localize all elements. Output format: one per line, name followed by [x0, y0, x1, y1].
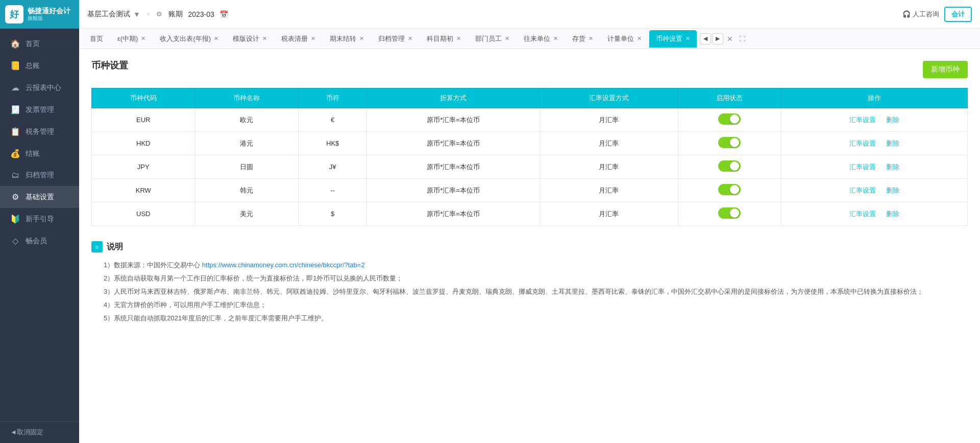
company-selector[interactable]: 基层工会测试 ▼ — [87, 10, 140, 19]
ledger-icon: 📒 — [10, 61, 20, 71]
rate-setting-link[interactable]: 汇率设置 — [849, 210, 876, 218]
tab-科目期初[interactable]: 科目期初✕ — [420, 30, 468, 48]
delete-link[interactable]: 删除 — [886, 116, 899, 124]
delete-link[interactable]: 删除 — [886, 163, 899, 171]
sidebar-item-settings[interactable]: ⚙ 基础设置 — [0, 186, 79, 208]
toggle-track[interactable] — [718, 160, 741, 172]
toggle-switch[interactable] — [718, 207, 741, 219]
toggle-track[interactable] — [718, 207, 741, 219]
tab-期末结转[interactable]: 期末结转✕ — [323, 30, 371, 48]
toggle-switch[interactable] — [718, 184, 741, 195]
sidebar-label-invoice: 发票管理 — [26, 105, 54, 114]
sidebar-label-home: 首页 — [26, 39, 40, 49]
tab-ε(中期)[interactable]: ε(中期)✕ — [111, 30, 152, 48]
tab-模版设计[interactable]: 模版设计✕ — [226, 30, 274, 48]
tab-收入支出表(年报)[interactable]: 收入支出表(年报)✕ — [153, 30, 225, 48]
calendar-icon[interactable]: 📅 — [219, 10, 228, 18]
col-启用状态: 启用状态 — [678, 88, 781, 108]
toggle-switch[interactable] — [718, 160, 741, 172]
cell-toggle — [678, 108, 781, 132]
toggle-thumb — [730, 161, 739, 171]
help-button[interactable]: 🎧 人工咨询 — [902, 10, 939, 19]
cell-2: $ — [299, 202, 367, 226]
tab-expand[interactable]: ⛶ — [737, 33, 748, 44]
tab-close-icon[interactable]: ✕ — [311, 35, 315, 42]
tab-close-icon[interactable]: ✕ — [456, 35, 461, 42]
tab-label: 模版设计 — [233, 34, 259, 43]
sidebar-collapse[interactable]: ◄取消固定 — [0, 421, 79, 443]
tab-币种设置[interactable]: 币种设置✕ — [649, 30, 697, 48]
cell-0: EUR — [92, 108, 195, 132]
tab-往来单位[interactable]: 往来单位✕ — [517, 30, 565, 48]
tab-close-icon[interactable]: ✕ — [141, 35, 145, 42]
sidebar-item-home[interactable]: 🏠 首页 — [0, 33, 79, 55]
cell-3: 原币*汇率=本位币 — [367, 202, 540, 226]
tab-close-icon[interactable]: ✕ — [408, 35, 412, 42]
company-name: 基层工会测试 — [87, 10, 130, 19]
sidebar-item-ledger[interactable]: 📒 总账 — [0, 55, 79, 77]
sidebar-item-guide[interactable]: 🔰 新手引导 — [0, 208, 79, 230]
tab-归档管理[interactable]: 归档管理✕ — [372, 30, 419, 48]
tab-close-icon[interactable]: ✕ — [505, 35, 509, 42]
toggle-track[interactable] — [718, 113, 741, 125]
notice-link[interactable]: https://www.chinamoney.com.cn/chinese/bk… — [202, 261, 365, 269]
sidebar-label-ledger: 总账 — [26, 61, 40, 71]
tab-税表清册[interactable]: 税表清册✕ — [275, 30, 322, 48]
tab-close-icon[interactable]: ✕ — [359, 35, 364, 42]
sidebar-item-tax[interactable]: 📋 税务管理 — [0, 121, 79, 143]
tab-首页[interactable]: 首页 — [83, 30, 110, 48]
sidebar-item-invoice[interactable]: 🧾 发票管理 — [0, 99, 79, 121]
cell-1: 韩元 — [195, 179, 299, 202]
tab-close-icon[interactable]: ✕ — [262, 35, 267, 42]
home-icon: 🏠 — [10, 39, 20, 49]
sidebar-item-checkout[interactable]: 💰 结账 — [0, 143, 79, 165]
tab-close-icon[interactable]: ✕ — [214, 35, 218, 42]
rate-setting-link[interactable]: 汇率设置 — [849, 163, 876, 171]
cell-4: 月汇率 — [540, 108, 678, 132]
cell-actions: 汇率设置 删除 — [781, 202, 968, 226]
tab-close-icon[interactable]: ✕ — [685, 35, 690, 42]
sidebar-nav: 🏠 首页📒 总账☁ 云报表中心🧾 发票管理📋 税务管理💰 结账🗂 归档管理⚙ 基… — [0, 29, 79, 421]
rate-setting-link[interactable]: 汇率设置 — [849, 139, 876, 147]
toggle-track[interactable] — [718, 137, 741, 148]
tab-close-icon[interactable]: ✕ — [553, 35, 558, 42]
tab-label: 首页 — [90, 34, 103, 43]
tab-close-icon[interactable]: ✕ — [637, 35, 642, 42]
tab-close-icon[interactable]: ✕ — [589, 35, 593, 42]
tab-部门员工[interactable]: 部门员工✕ — [469, 30, 516, 48]
tab-存货[interactable]: 存货✕ — [566, 30, 600, 48]
cell-0: HKD — [92, 132, 195, 155]
tab-计量单位[interactable]: 计量单位✕ — [601, 30, 648, 48]
tab-label: 收入支出表(年报) — [160, 34, 211, 43]
tab-prev[interactable]: ◀ — [700, 33, 711, 44]
cell-actions: 汇率设置 删除 — [781, 179, 968, 202]
toggle-switch[interactable] — [718, 137, 741, 148]
new-currency-button[interactable]: 新增币种 — [923, 61, 968, 78]
notice-item: 5）系统只能自动抓取2021年度后的汇率，之前年度汇率需要用户手工维护。 — [95, 312, 968, 325]
tab-label: 存货 — [572, 34, 585, 43]
tab-label: ε(中期) — [117, 34, 138, 43]
col-币符: 币符 — [299, 88, 367, 108]
toggle-track[interactable] — [718, 184, 741, 195]
checkout-icon: 💰 — [10, 149, 20, 158]
toggle-switch[interactable] — [718, 113, 741, 125]
table-row: JPY日圆J¥原币*汇率=本位币月汇率 汇率设置 删除 — [92, 155, 968, 179]
sidebar-item-archive[interactable]: 🗂 归档管理 — [0, 165, 79, 186]
rate-setting-link[interactable]: 汇率设置 — [849, 186, 876, 194]
account-button[interactable]: 会计 — [944, 7, 972, 22]
delete-link[interactable]: 删除 — [886, 139, 899, 147]
tab-next[interactable]: ▶ — [712, 33, 723, 44]
settings-icon[interactable]: ⚙ — [156, 10, 162, 18]
delete-link[interactable]: 删除 — [886, 210, 899, 218]
tab-close-all[interactable]: ✕ — [724, 33, 736, 44]
cell-2: J¥ — [299, 155, 367, 179]
cell-actions: 汇率设置 删除 — [781, 155, 968, 179]
table-row: EUR欧元€原币*汇率=本位币月汇率 汇率设置 删除 — [92, 108, 968, 132]
sidebar-item-report[interactable]: ☁ 云报表中心 — [0, 77, 79, 99]
collapse-label: ◄取消固定 — [10, 428, 43, 437]
sidebar-item-member[interactable]: ◇ 畅会员 — [0, 230, 79, 252]
rate-setting-link[interactable]: 汇率设置 — [849, 116, 876, 124]
delete-link[interactable]: 删除 — [886, 186, 899, 194]
topbar-right: 🎧 人工咨询 会计 — [902, 7, 972, 22]
table-row: KRW韩元--原币*汇率=本位币月汇率 汇率设置 删除 — [92, 179, 968, 202]
